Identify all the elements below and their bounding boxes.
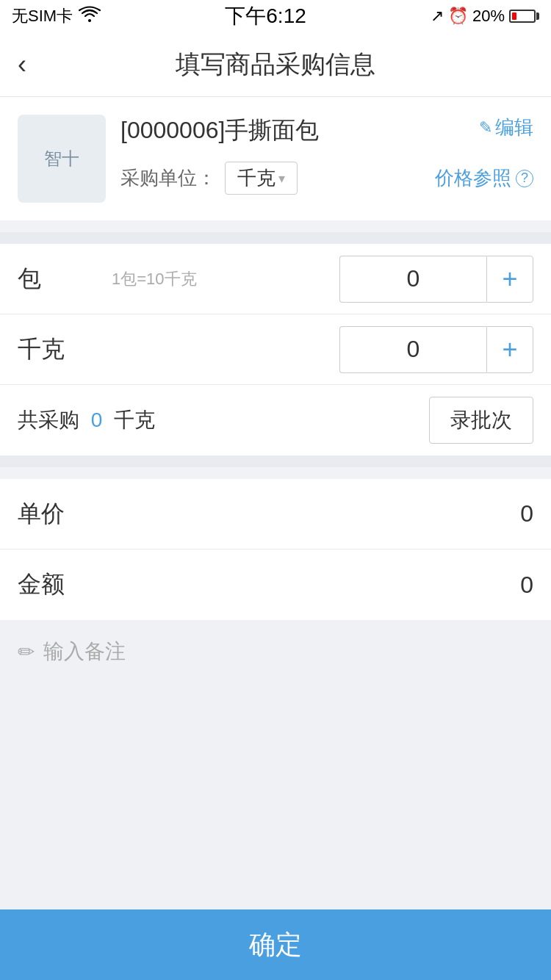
input-section: 包 1包=10千克 + 千克 + xyxy=(0,244,551,385)
info-icon: ? xyxy=(516,170,533,187)
unit-price-value: 0 xyxy=(520,500,533,527)
nav-bar: ‹ 填写商品采购信息 xyxy=(0,32,551,97)
product-card: 智十 [0000006]手撕面包 ✎ 编辑 采购单位： 千克 ▾ 价格参照 ? xyxy=(0,97,551,220)
bag-label: 包 xyxy=(18,263,106,295)
unit-price-row: 单价 0 xyxy=(0,479,551,550)
product-row-top: [0000006]手撕面包 ✎ 编辑 xyxy=(120,115,533,147)
edit-button[interactable]: ✎ 编辑 xyxy=(479,115,533,140)
bag-input-row: 包 1包=10千克 + xyxy=(0,244,551,314)
price-info-section: 单价 0 金额 0 xyxy=(0,479,551,620)
pencil-icon: ✏ xyxy=(18,640,35,664)
dropdown-icon: ▾ xyxy=(278,170,285,187)
edit-label: 编辑 xyxy=(495,115,533,140)
price-ref-button[interactable]: 价格参照 ? xyxy=(435,165,533,191)
status-time: 下午6:12 xyxy=(225,2,306,30)
summary-row: 共采购 0 千克 录批次 xyxy=(0,385,551,455)
empty-space xyxy=(0,683,551,918)
unit-selector[interactable]: 千克 ▾ xyxy=(225,162,298,195)
kg-input-row: 千克 + xyxy=(0,314,551,385)
battery-percent: 20% xyxy=(472,7,505,26)
location-icon: ↗ xyxy=(431,7,444,26)
kg-qty-input[interactable] xyxy=(339,326,486,373)
unit-row: 采购单位： 千克 ▾ xyxy=(120,162,298,195)
amount-value: 0 xyxy=(520,572,533,599)
summary-text: 共采购 xyxy=(18,408,79,431)
unit-value: 千克 xyxy=(237,165,276,191)
unit-label-text: 采购单位： xyxy=(120,165,216,191)
status-bar: 无SIM卡 下午6:12 ↗ ⏰ 20% xyxy=(0,0,551,32)
batch-button[interactable]: 录批次 xyxy=(429,397,533,444)
kg-plus-button[interactable]: + xyxy=(486,326,533,373)
thumb-text: 智十 xyxy=(44,147,79,170)
amount-row: 金额 0 xyxy=(0,550,551,620)
kg-label: 千克 xyxy=(18,334,106,366)
bag-sublabel: 1包=10千克 xyxy=(112,268,197,290)
section-divider-2 xyxy=(0,455,551,467)
product-thumbnail: 智十 xyxy=(18,115,106,203)
amount-label: 金额 xyxy=(18,569,65,601)
confirm-button[interactable]: 确定 xyxy=(0,909,551,980)
sim-text: 无SIM卡 xyxy=(12,5,73,27)
battery-icon xyxy=(509,10,539,23)
back-button[interactable]: ‹ xyxy=(18,49,26,80)
unit-price-label: 单价 xyxy=(18,498,65,530)
bag-qty-wrapper: + xyxy=(339,256,533,303)
status-right: ↗ ⏰ 20% xyxy=(431,7,539,26)
section-divider-1 xyxy=(0,232,551,244)
bag-plus-button[interactable]: + xyxy=(486,256,533,303)
price-ref-label: 价格参照 xyxy=(435,165,511,191)
summary-text-group: 共采购 0 千克 xyxy=(18,406,155,434)
page-title: 填写商品采购信息 xyxy=(176,48,375,82)
summary-amount: 0 xyxy=(91,408,103,431)
product-info: [0000006]手撕面包 ✎ 编辑 采购单位： 千克 ▾ 价格参照 ? xyxy=(120,115,533,195)
status-left: 无SIM卡 xyxy=(12,5,101,27)
bag-qty-input[interactable] xyxy=(339,256,486,303)
product-row-bottom: 采购单位： 千克 ▾ 价格参照 ? xyxy=(120,162,533,195)
svg-point-0 xyxy=(88,19,91,22)
kg-qty-wrapper: + xyxy=(339,326,533,373)
alarm-icon: ⏰ xyxy=(448,7,468,26)
product-name: [0000006]手撕面包 xyxy=(120,115,319,147)
summary-unit: 千克 xyxy=(114,408,155,431)
edit-icon: ✎ xyxy=(479,118,492,137)
wifi-icon xyxy=(79,6,101,26)
note-placeholder: 输入备注 xyxy=(43,638,126,666)
note-section[interactable]: ✏ 输入备注 xyxy=(0,620,551,683)
